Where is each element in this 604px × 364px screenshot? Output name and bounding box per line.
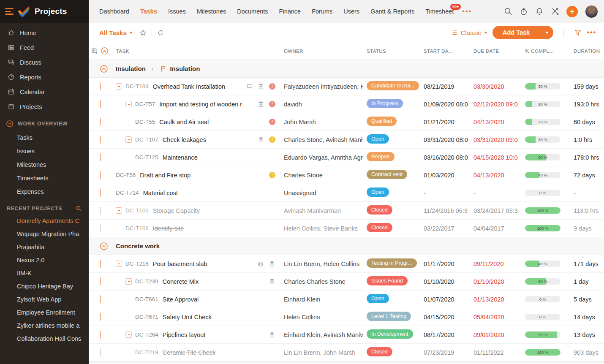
user-avatar[interactable] <box>585 5 598 18</box>
owner-name[interactable]: Helen Collins, Steve Banks <box>284 225 358 232</box>
sidebar-item-projects[interactable]: Projects <box>0 99 89 114</box>
task-title[interactable]: Ceramic Tile Check <box>163 349 216 356</box>
status-badge[interactable]: Testing in Progr... <box>367 258 417 268</box>
row-checkbox[interactable] <box>100 118 101 126</box>
status-badge[interactable]: Issues Found <box>367 276 408 285</box>
nav-tab-forums[interactable]: Forums <box>312 8 332 15</box>
task-title[interactable]: Material cost <box>143 190 178 196</box>
recent-project-item[interactable]: Nexus 2.0 <box>0 253 89 266</box>
layout-picker[interactable]: Classic <box>451 29 487 36</box>
column-header-%-compl-[interactable]: % COMPL... <box>521 49 570 54</box>
task-title[interactable]: Identify site <box>153 225 184 232</box>
timer-icon[interactable] <box>520 7 528 16</box>
task-title[interactable]: Concrete Mix <box>163 278 199 285</box>
row-checkbox[interactable] <box>100 171 101 179</box>
row-checkbox[interactable] <box>100 82 101 90</box>
task-title[interactable]: Overhead Tank Installation <box>153 83 225 90</box>
row-checkbox[interactable] <box>100 206 101 215</box>
owner-name[interactable]: Helen Collins <box>284 314 320 321</box>
setup-tools-icon[interactable] <box>551 7 559 16</box>
column-header-status[interactable]: STATUS <box>363 49 421 54</box>
expand-subtasks-toggle[interactable] <box>125 278 132 285</box>
status-badge[interactable]: In Progress <box>367 99 403 108</box>
collapse-group-icon[interactable] <box>100 65 108 73</box>
status-badge[interactable]: In Development <box>367 329 413 339</box>
task-group-name[interactable]: Concrete work <box>116 242 160 250</box>
column-header-due-date[interactable]: DUE DATE <box>471 49 521 54</box>
owner-name[interactable]: Lin Lin Brenn, John Marsh <box>284 349 355 356</box>
owner-name[interactable]: Eduardo Vargas, Amritha Agra <box>284 154 363 161</box>
task-title[interactable]: Check leakages <box>163 136 206 143</box>
row-checkbox[interactable] <box>100 189 101 197</box>
status-badge[interactable]: Open <box>367 294 389 303</box>
refresh-icon[interactable] <box>157 29 164 36</box>
sidebar-item-home[interactable]: Home <box>0 25 89 40</box>
row-checkbox[interactable] <box>100 136 101 144</box>
row-checkbox[interactable] <box>100 224 101 232</box>
milestone-name[interactable]: Insulation <box>170 65 200 72</box>
bug-icon[interactable] <box>257 261 264 267</box>
expand-subtasks-toggle[interactable] <box>116 83 122 90</box>
task-title[interactable]: Caulk and Air seal <box>159 119 209 125</box>
column-header-start-da-[interactable]: START DA... <box>421 49 471 54</box>
owner-name[interactable]: Einhard Klein, Avinash Maniv <box>284 331 363 338</box>
project-search-icon[interactable] <box>76 205 82 212</box>
row-checkbox[interactable] <box>100 295 101 303</box>
nav-tab-finance[interactable]: Finance <box>279 8 301 15</box>
owner-name[interactable]: Charles Charles Stone <box>284 278 346 285</box>
collapse-group-icon[interactable] <box>100 242 108 250</box>
nav-tab-dashboard[interactable]: Dashboard <box>99 8 129 15</box>
task-title[interactable]: Draft and Fire stop <box>140 172 190 179</box>
collapse-all-icon[interactable] <box>101 47 109 55</box>
toolbar-more-button[interactable]: ••• <box>587 29 596 36</box>
row-checkbox[interactable] <box>100 100 101 108</box>
recent-project-item[interactable]: Wepage Migration Pha <box>0 227 89 240</box>
sidebar-item-reports[interactable]: Reports <box>0 70 89 84</box>
row-checkbox[interactable] <box>100 153 101 161</box>
column-header-duration[interactable]: DURATION <box>570 49 604 54</box>
owner-name[interactable]: Unassigned <box>284 190 316 196</box>
column-settings-icon[interactable] <box>91 47 98 54</box>
nav-tab-users[interactable]: Users <box>343 8 359 15</box>
work-overview-item-milestones[interactable]: Milestones <box>0 158 89 171</box>
status-badge[interactable]: Closed <box>367 347 392 356</box>
log-hours-icon[interactable] <box>269 261 275 267</box>
sidebar-item-discuss[interactable]: Discuss <box>0 55 89 70</box>
owner-name[interactable]: davidh <box>284 101 302 108</box>
task-title[interactable]: Import and testing of wooden r <box>159 101 242 108</box>
priority-flag-icon[interactable]: ! <box>269 83 275 90</box>
recent-project-item[interactable]: Prajaahita <box>0 240 89 253</box>
row-checkbox[interactable] <box>100 348 101 356</box>
recent-project-item[interactable]: Zylsoft Web App <box>0 293 89 306</box>
sidebar-item-feed[interactable]: Feed <box>0 40 89 55</box>
work-overview-item-issues[interactable]: Issues <box>0 144 89 158</box>
column-header-task[interactable]: TASK <box>112 49 279 54</box>
nav-tab-gantt-reports[interactable]: Gantt & Reports <box>370 8 414 15</box>
status-badge[interactable]: Candidate recrui... <box>367 81 419 90</box>
priority-flag-icon[interactable]: ! <box>269 101 275 107</box>
view-filter-dropdown[interactable]: All Tasks <box>99 29 133 36</box>
expand-subtasks-toggle[interactable] <box>125 101 132 107</box>
hamburger-menu-icon[interactable] <box>5 8 14 15</box>
filter-funnel-icon[interactable] <box>574 29 582 36</box>
priority-flag-icon[interactable]: ! <box>269 119 275 125</box>
owner-name[interactable]: Faiyazudeen Imtiyazudeen, H <box>284 83 363 90</box>
owner-name[interactable]: Lin Lin Brenn, Helen Collins <box>284 261 359 267</box>
sidebar-item-calendar[interactable]: Calendar <box>0 84 89 99</box>
status-badge[interactable]: Reopen <box>367 152 395 161</box>
topnav-more-button[interactable]: ••• <box>462 8 472 15</box>
log-hours-icon[interactable] <box>269 278 275 285</box>
nav-tab-tasks[interactable]: Tasks <box>140 8 157 15</box>
status-badge[interactable]: Level 1 Testing <box>367 312 411 321</box>
owner-name[interactable]: Charles Stone <box>284 172 323 179</box>
recent-project-item[interactable]: Donnelly Apartments C <box>0 214 89 227</box>
task-title[interactable]: Storage Capacity <box>153 207 200 214</box>
notifications-bell-icon[interactable] <box>535 7 544 16</box>
priority-flag-icon[interactable]: ! <box>269 172 275 178</box>
status-badge[interactable]: Open <box>367 134 389 144</box>
owner-name[interactable]: Charles Stone, Avinash Maniv <box>284 136 363 143</box>
row-checkbox[interactable] <box>100 260 101 268</box>
row-checkbox[interactable] <box>100 277 101 285</box>
quick-add-button[interactable]: + <box>566 6 578 17</box>
work-overview-item-expenses[interactable]: Expenses <box>0 185 89 198</box>
